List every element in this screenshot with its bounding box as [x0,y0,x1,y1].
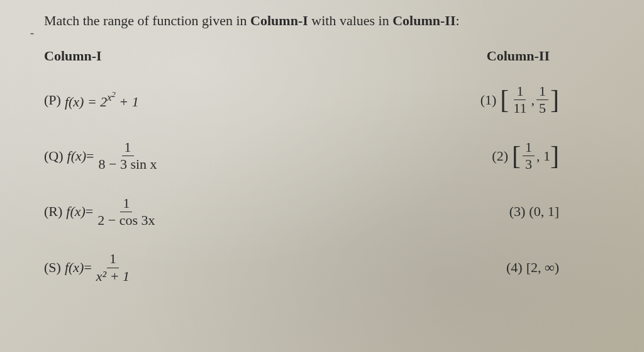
row-s: (S) f(x) = 1 x² + 1 (4) [2, ∞) [25,251,619,285]
instruction-bold1: Column-I [250,13,308,28]
item-4: (4) [2, ∞) [506,259,559,276]
item-p: (P) f(x) = 2x2 + 1 [44,90,139,110]
r2-after: , 1 [536,148,550,164]
fx-p-part2: + 1 [116,94,139,110]
r-frac-den: 2 − cos 3x [95,212,157,229]
eq-s: = [84,259,91,276]
instruction-part2: with values in [308,13,392,28]
fx-p-part1: f(x) = 2 [65,94,107,110]
eq-q: = [86,148,94,164]
r1-frac1-num: 1 [514,83,526,100]
q-frac-den: 8 − 3 sin x [96,156,160,173]
column-1-header: Column-I [44,48,102,64]
label-s: (S) [44,259,61,276]
bullet-marker: - [30,26,34,40]
r1-frac2-den: 5 [536,100,548,116]
row-r: (R) f(x) = 1 2 − cos 3x (3) (0, 1] [25,195,619,229]
label-p: (P) [44,92,61,108]
r-frac-num: 1 [120,195,132,212]
r2-frac-num: 1 [523,139,535,156]
left-bracket-icon: [ [512,145,521,167]
item-1: (1) [ 1 11 , 1 5 ] [480,83,559,117]
instruction-bold2: Column-II [392,13,455,28]
item-q: (Q) f(x) = 1 8 − 3 sin x [44,139,162,173]
label-3: (3) [509,203,526,220]
comma: , [531,92,535,108]
instruction-part3: : [455,13,459,28]
r3-plain: (0, 1] [529,203,559,220]
columns-header: Column-I Column-II [25,48,619,64]
r1-frac2-num: 1 [536,83,548,100]
item-3: (3) (0, 1] [509,203,559,220]
instruction-part1: Match the range of function given in [44,13,250,28]
item-r: (R) f(x) = 1 2 − cos 3x [44,195,160,229]
s-frac-num: 1 [107,251,119,268]
eq-r: = [86,203,93,220]
right-bracket-icon: ] [550,145,559,167]
label-q: (Q) [44,148,64,164]
right-bracket-icon: ] [550,89,559,111]
label-4: (4) [506,259,523,276]
label-1: (1) [480,92,497,108]
fx-p-sup1: x [107,91,111,103]
r4-plain: [2, ∞) [526,259,559,276]
instruction-text: Match the range of function given in Col… [44,13,619,29]
label-2: (2) [492,148,508,164]
item-s: (S) f(x) = 1 x² + 1 [44,251,134,285]
row-p: (P) f(x) = 2x2 + 1 (1) [ 1 11 , 1 5 [25,83,619,117]
row-q: (Q) f(x) = 1 8 − 3 sin x (2) [ 1 3 , 1 [25,139,619,173]
fx-s: f(x) [65,259,84,275]
r1-frac1-den: 11 [511,100,529,116]
q-frac-num: 1 [122,139,134,156]
r2-frac-den: 3 [523,156,535,173]
column-2-header: Column-II [487,48,550,64]
label-r: (R) [44,203,62,220]
s-frac-den: x² + 1 [94,268,132,285]
left-bracket-icon: [ [500,89,509,111]
item-2: (2) [ 1 3 , 1 ] [492,139,559,173]
fx-q: f(x) [67,148,87,164]
fx-r: f(x) [66,203,86,219]
